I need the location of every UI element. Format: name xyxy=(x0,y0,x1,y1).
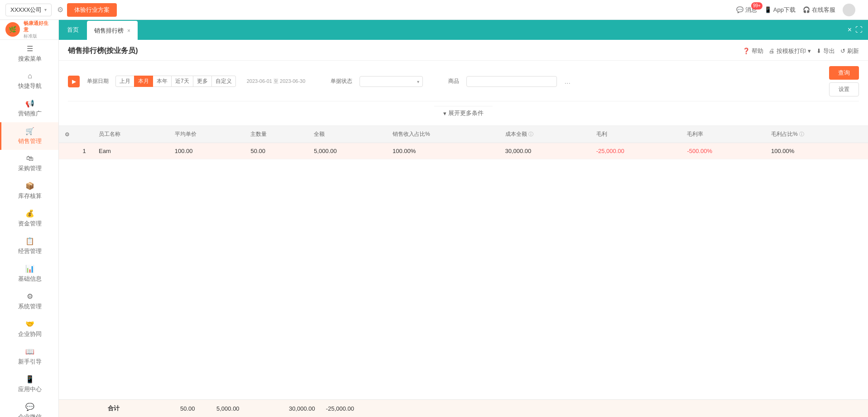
sidebar-item-label: 应用中心 xyxy=(18,385,42,393)
sidebar-item-label: 企业微信 xyxy=(18,413,42,417)
col-rank xyxy=(75,126,93,143)
app-download-label: App下载 xyxy=(773,6,796,14)
footer-gross: -25,000.00 xyxy=(321,405,360,412)
query-button[interactable]: 查询 xyxy=(829,66,859,80)
row-amount: 5,000.00 xyxy=(308,143,387,159)
help-button[interactable]: ❓ 帮助 xyxy=(743,47,763,55)
page-content: 销售排行榜(按业务员) ❓ 帮助 🖨 按模板打印 ▾ ⬇ 导出 xyxy=(59,40,868,417)
row-gross-rate: -500.00% xyxy=(681,143,766,159)
app-center-icon: 📱 xyxy=(25,375,34,383)
sidebar-item-wechat[interactable]: 💬 企业微信 xyxy=(0,398,58,417)
row-cost: 30,000.00 xyxy=(500,143,591,159)
col-gross-pct: 毛利占比% ⓘ xyxy=(766,126,868,143)
sidebar-item-label: 搜索菜单 xyxy=(18,55,42,63)
status-select-wrap xyxy=(360,76,423,87)
expand-more-label: 展开更多条件 xyxy=(448,109,484,117)
refresh-label: 刷新 xyxy=(847,47,859,55)
date-tab-current-month[interactable]: 本月 xyxy=(134,76,153,87)
sidebar-item-label: 企业协同 xyxy=(18,330,42,338)
col-cost: 成本全额 ⓘ xyxy=(500,126,591,143)
sidebar-item-system[interactable]: ⚙ 系统管理 xyxy=(0,288,58,315)
refresh-button[interactable]: ↺ 刷新 xyxy=(840,47,859,55)
search-menu-icon: ☰ xyxy=(27,44,33,53)
app-download-button[interactable]: 📱 App下载 xyxy=(764,6,796,14)
basic-info-icon: 📊 xyxy=(25,264,34,273)
date-tab-prev-month[interactable]: 上月 xyxy=(115,76,134,87)
tab-close-all-icon[interactable]: × xyxy=(848,26,852,34)
print-button[interactable]: 🖨 按模板打印 ▾ xyxy=(769,47,811,55)
row-gross-pct: 100.00% xyxy=(766,143,868,159)
logo-text-wrap: 畅康通好生意 标准版 xyxy=(24,20,53,39)
sidebar-item-purchase[interactable]: 🛍 采购管理 xyxy=(0,150,58,177)
company-name: XXXXX公司 xyxy=(10,6,42,14)
col-sales-pct: 销售收入占比% xyxy=(387,126,500,143)
row-avg-price: 100.00 xyxy=(169,143,245,159)
message-button[interactable]: 💬 消息 99+ xyxy=(736,6,757,14)
date-tab-7days[interactable]: 近7天 xyxy=(171,76,193,87)
sidebar-item-app-center[interactable]: 📱 应用中心 xyxy=(0,370,58,398)
message-badge: 99+ xyxy=(751,2,762,10)
operation-icon: 📋 xyxy=(25,237,34,245)
app-icon: 📱 xyxy=(764,6,772,13)
tab-close-icon[interactable]: × xyxy=(127,28,130,34)
sidebar-item-basic-info[interactable]: 📊 基础信息 xyxy=(0,260,58,288)
try-industry-button[interactable]: 体验行业方案 xyxy=(67,3,117,17)
tab-sales-ranking[interactable]: 销售排行榜 × xyxy=(87,21,138,41)
date-tabs: 上月 本月 本年 近7天 更多 自定义 xyxy=(116,76,236,87)
settings-icon[interactable]: ⚙ xyxy=(57,5,63,14)
help-icon: ❓ xyxy=(743,48,750,54)
tab-right-actions: × ⛶ xyxy=(842,26,868,34)
export-label: 导出 xyxy=(823,47,835,55)
date-tab-current-year[interactable]: 本年 xyxy=(153,76,172,87)
tab-maximize-icon[interactable]: ⛶ xyxy=(855,26,863,34)
sidebar-item-inventory[interactable]: 📦 库存核算 xyxy=(0,177,58,205)
gross-pct-info-icon: ⓘ xyxy=(799,131,804,137)
date-tab-more[interactable]: 更多 xyxy=(193,76,212,87)
sidebar-item-sales[interactable]: 🛒 销售管理 xyxy=(0,122,58,150)
sidebar-item-guide[interactable]: 📖 新手引导 xyxy=(0,343,58,370)
col-settings[interactable]: ⚙ xyxy=(59,126,75,143)
page-actions: ❓ 帮助 🖨 按模板打印 ▾ ⬇ 导出 ↺ 刷新 xyxy=(743,47,859,55)
print-icon: 🖨 xyxy=(769,48,775,54)
export-button[interactable]: ⬇ 导出 xyxy=(816,47,835,55)
expand-chevron-icon: ▾ xyxy=(443,110,446,117)
avatar[interactable] xyxy=(843,4,855,16)
row-quantity: 50.00 xyxy=(245,143,308,159)
sidebar-item-label: 新手引导 xyxy=(18,358,42,366)
table-row[interactable]: 1 Eam 100.00 50.00 5,000.00 100.00% 30,0… xyxy=(59,143,868,159)
print-chevron-icon: ▾ xyxy=(808,48,811,54)
sidebar-item-marketing[interactable]: 📢 营销推广 xyxy=(0,95,58,122)
company-selector[interactable]: XXXXX公司 ▾ xyxy=(5,4,52,16)
sidebar-item-quick-nav[interactable]: ⌂ 快捷导航 xyxy=(0,67,58,95)
sidebar-item-label: 采购管理 xyxy=(18,164,42,173)
sidebar-item-cooperation[interactable]: 🤝 企业协同 xyxy=(0,315,58,343)
marketing-icon: 📢 xyxy=(25,99,34,108)
expand-more-button[interactable]: ▾ 展开更多条件 xyxy=(434,106,493,120)
home-icon: ⌂ xyxy=(28,72,32,80)
goods-ellipsis[interactable]: … xyxy=(564,78,571,85)
status-select[interactable] xyxy=(360,76,423,87)
page-title: 销售排行榜(按业务员) xyxy=(68,46,138,56)
col-employee-name: 员工名称 xyxy=(93,126,169,143)
guide-icon: 📖 xyxy=(25,347,34,356)
sidebar-item-search[interactable]: ☰ 搜索菜单 xyxy=(0,40,58,67)
export-icon: ⬇ xyxy=(816,48,821,54)
tab-home[interactable]: 首页 xyxy=(59,20,87,40)
date-range-display: 2023-06-01 至 2023-06-30 xyxy=(247,78,306,85)
tab-label: 销售排行榜 xyxy=(94,27,124,35)
filter-expand-arrow[interactable]: ▶ xyxy=(68,76,80,87)
footer-total-label: 合计 xyxy=(102,404,139,412)
sidebar-item-finance[interactable]: 💰 资金管理 xyxy=(0,205,58,232)
setting-button[interactable]: 设置 xyxy=(829,82,859,96)
date-tab-custom[interactable]: 自定义 xyxy=(211,76,236,87)
goods-input[interactable] xyxy=(466,76,557,87)
content-area: 首页 销售排行榜 × × ⛶ 销售排行榜(按业务员) ❓ 帮助 xyxy=(59,20,868,417)
data-table: ⚙ 员工名称 平均单价 主数量 全额 销售收入占比% 成本全额 ⓘ 毛利 毛利率… xyxy=(59,126,868,159)
system-icon: ⚙ xyxy=(27,292,33,301)
page-header: 销售排行榜(按业务员) ❓ 帮助 🖨 按模板打印 ▾ ⬇ 导出 xyxy=(59,40,868,61)
logo-icon: 🌿 xyxy=(5,22,20,37)
online-service-button[interactable]: 🎧 在线客服 xyxy=(803,6,835,14)
action-buttons: 查询 设置 xyxy=(829,66,859,96)
sidebar-item-label: 销售管理 xyxy=(18,137,42,145)
sidebar-item-operation[interactable]: 📋 经营管理 xyxy=(0,232,58,260)
